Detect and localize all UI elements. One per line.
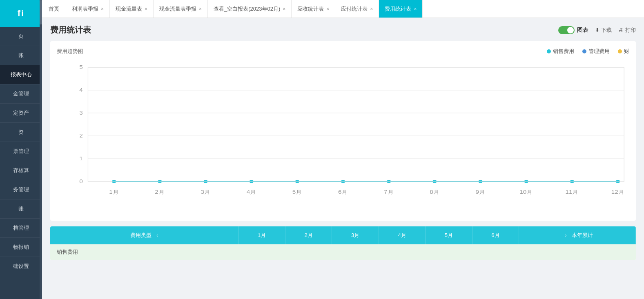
sidebar-item-ledger[interactable]: 账	[0, 46, 42, 65]
tab-cashflow[interactable]: 现金流量表 ×	[110, 0, 154, 18]
th-next-arrow[interactable]: ›	[562, 231, 570, 239]
tab-bar: 首页 利润表季报 × 现金流量表 × 现金流量表季报 × 查看_空白报表(202…	[42, 0, 644, 18]
sidebar-item-expense[interactable]: 畅报销	[0, 238, 42, 257]
download-icon: ⬇	[595, 27, 599, 33]
chart-card: 费用趋势图 销售费用 管理费用 财	[50, 41, 636, 221]
chart-toggle-label: 图表	[577, 27, 588, 34]
tab-blank-report[interactable]: 查看_空白报表(2023年02月) ×	[208, 0, 292, 18]
tab-cashflow-quarter[interactable]: 现金流量表季报 ×	[154, 0, 208, 18]
legend-sales: 销售费用	[547, 48, 574, 55]
print-label: 打印	[625, 27, 636, 34]
sidebar-item-archive[interactable]: 档管理	[0, 219, 42, 238]
legend-label-sales: 销售费用	[553, 48, 574, 55]
svg-text:5: 5	[79, 65, 83, 70]
cell-type: 销售费用	[50, 244, 238, 260]
svg-text:3: 3	[79, 111, 83, 116]
sidebar-item-salary[interactable]: 资	[0, 123, 42, 142]
download-label: 下载	[601, 27, 612, 34]
sidebar-item-tax[interactable]: 账	[0, 199, 42, 219]
sidebar-scrollbar[interactable]	[40, 0, 42, 299]
sidebar-scrollbar-thumb[interactable]	[40, 0, 42, 24]
tab-label: 查看_空白报表(2023年02月)	[214, 5, 280, 13]
cell-m4	[379, 244, 425, 260]
tab-close-receivable[interactable]: ×	[326, 6, 329, 12]
sidebar-item-invoice[interactable]: 票管理	[0, 142, 42, 161]
cell-m5	[426, 244, 472, 260]
th-prev-arrow[interactable]: ‹	[153, 231, 161, 239]
th-type: 费用类型 ‹	[50, 226, 238, 244]
legend-label-financial: 财	[624, 48, 629, 55]
tab-close-cashflow-quarter[interactable]: ×	[199, 6, 202, 12]
tab-close-cashflow[interactable]: ×	[145, 6, 147, 12]
chart-toggle[interactable]	[558, 26, 575, 34]
svg-text:10月: 10月	[519, 190, 533, 195]
tab-home[interactable]: 首页	[42, 0, 66, 18]
tab-label: 现金流量表	[116, 5, 142, 13]
cell-m2	[285, 244, 332, 260]
svg-text:1月: 1月	[109, 190, 119, 195]
legend-dot-financial	[618, 49, 622, 53]
tab-close-payable[interactable]: ×	[370, 6, 373, 12]
svg-text:9月: 9月	[475, 190, 485, 195]
sidebar: fi 页 账 报表中心 金管理 定资产 资 票管理 存核算 务管理 账 档管理 …	[0, 0, 42, 299]
svg-text:2月: 2月	[155, 190, 165, 195]
tab-profit-quarter[interactable]: 利润表季报 ×	[66, 0, 110, 18]
chart-legend: 销售费用 管理费用 财	[547, 48, 629, 55]
svg-text:5月: 5月	[292, 190, 302, 195]
cell-m1	[238, 244, 285, 260]
th-ytd-label: 本年累计	[572, 232, 593, 239]
sidebar-item-home[interactable]: 页	[0, 27, 42, 46]
download-button[interactable]: ⬇ 下载	[595, 27, 612, 34]
cell-ytd	[519, 244, 636, 260]
data-table-wrap: 费用类型 ‹ 1月 2月 3月 4月 5月 6月 ›	[50, 226, 636, 260]
th-ytd: › 本年累计	[519, 226, 636, 244]
chart-title: 费用趋势图	[57, 48, 83, 55]
th-m2: 2月	[285, 226, 332, 244]
table-row: 销售费用	[50, 244, 636, 260]
legend-label-management: 管理费用	[588, 48, 610, 55]
tab-expense-stats[interactable]: 费用统计表 ×	[379, 0, 423, 18]
sidebar-item-settings[interactable]: 础设置	[0, 257, 42, 276]
tab-label: 费用统计表	[385, 5, 411, 13]
tab-close-profit-quarter[interactable]: ×	[101, 6, 104, 12]
svg-text:1: 1	[79, 156, 83, 162]
sidebar-item-fixed-assets[interactable]: 定资产	[0, 104, 42, 123]
th-m4: 4月	[379, 226, 425, 244]
th-m1: 1月	[238, 226, 285, 244]
legend-management: 管理费用	[582, 48, 610, 55]
svg-text:6月: 6月	[338, 190, 348, 195]
sidebar-item-fund[interactable]: 金管理	[0, 84, 42, 104]
tab-close-blank-report[interactable]: ×	[283, 6, 285, 12]
th-m5: 5月	[426, 226, 472, 244]
svg-text:8月: 8月	[430, 190, 439, 195]
table-header-row: 费用类型 ‹ 1月 2月 3月 4月 5月 6月 ›	[50, 226, 636, 244]
svg-text:4月: 4月	[247, 190, 256, 195]
sidebar-item-inventory[interactable]: 存核算	[0, 161, 42, 180]
tab-label: 应付统计表	[341, 5, 368, 13]
svg-text:11月: 11月	[566, 190, 579, 195]
tab-close-expense-stats[interactable]: ×	[414, 6, 417, 12]
main-area: 首页 利润表季报 × 现金流量表 × 现金流量表季报 × 查看_空白报表(202…	[42, 0, 644, 299]
chart-area: 5 4 3 2 1 0	[57, 59, 629, 214]
app-logo: fi	[0, 0, 42, 27]
data-table: 费用类型 ‹ 1月 2月 3月 4月 5月 6月 ›	[50, 226, 636, 260]
legend-dot-management	[582, 49, 586, 53]
print-button[interactable]: 🖨 打印	[618, 27, 636, 34]
th-m3: 3月	[332, 226, 379, 244]
sidebar-item-report-center[interactable]: 报表中心	[0, 65, 42, 84]
tab-label: 应收统计表	[297, 5, 324, 13]
sidebar-item-service[interactable]: 务管理	[0, 180, 42, 199]
svg-text:3月: 3月	[201, 190, 210, 195]
cell-m6	[472, 244, 519, 260]
chart-header: 费用趋势图 销售费用 管理费用 财	[57, 48, 629, 55]
page-header: 费用统计表 图表 ⬇ 下载 🖨 打印	[50, 24, 636, 35]
chart-toggle-wrap: 图表	[558, 26, 588, 34]
page-title: 费用统计表	[50, 24, 91, 35]
svg-text:7月: 7月	[384, 190, 394, 195]
legend-financial: 财	[618, 48, 629, 55]
th-m6: 6月	[472, 226, 519, 244]
tab-receivable[interactable]: 应收统计表 ×	[292, 0, 335, 18]
svg-text:0: 0	[79, 179, 83, 184]
tab-payable[interactable]: 应付统计表 ×	[335, 0, 379, 18]
cell-m3	[332, 244, 379, 260]
